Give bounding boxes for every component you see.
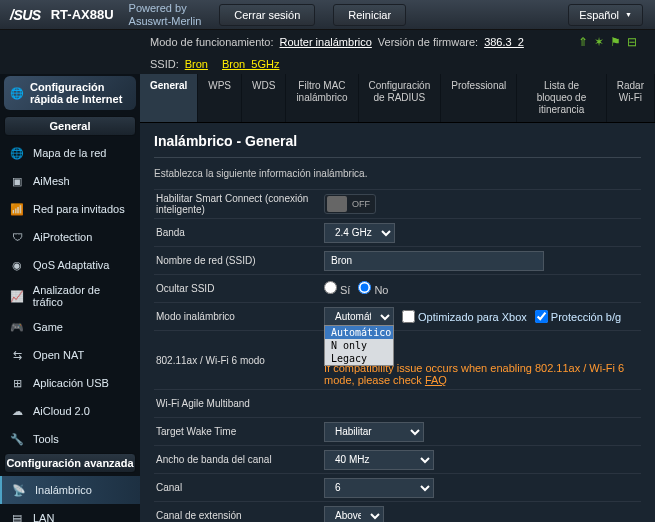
checkbox-xbox[interactable]: Optimizado para Xbox xyxy=(402,310,527,323)
guest-icon: 📶 xyxy=(8,200,26,218)
label-bandwidth: Ancho de banda del canal xyxy=(154,454,324,465)
select-wireless-mode[interactable]: Automático xyxy=(324,307,394,327)
select-twt[interactable]: Habilitar xyxy=(324,422,424,442)
radio-hide-yes[interactable]: Sí xyxy=(324,281,350,296)
tab-wps[interactable]: WPS xyxy=(198,74,242,122)
wrench-icon: 🔧 xyxy=(8,430,26,448)
nat-icon: ⇆ xyxy=(8,346,26,364)
tab-professional[interactable]: Professional xyxy=(441,74,517,122)
nav-traffic[interactable]: 📈Analizador de tráfico xyxy=(0,279,140,313)
map-icon: 🌐 xyxy=(8,144,26,162)
nav-usb[interactable]: ⊞Aplicación USB xyxy=(0,369,140,397)
fw-value[interactable]: 386.3_2 xyxy=(484,36,524,48)
globe-icon: 🌐 xyxy=(10,87,24,100)
lock-icon: ⚑ xyxy=(610,35,621,49)
opt-n-only[interactable]: N only xyxy=(325,339,393,352)
label-ssid: Nombre de red (SSID) xyxy=(154,255,324,266)
input-ssid[interactable] xyxy=(324,251,544,271)
toggle-smartconnect[interactable]: OFF xyxy=(324,194,376,214)
usb-icon: ⊟ xyxy=(627,35,637,49)
opt-auto[interactable]: Automático xyxy=(325,326,393,339)
firmware-brand: Powered by Asuswrt-Merlin xyxy=(129,2,202,26)
logout-button[interactable]: Cerrar sesión xyxy=(219,4,315,26)
nav-network-map[interactable]: 🌐Mapa de la red xyxy=(0,139,140,167)
tab-bar: General WPS WDS Filtro MAC inalámbrico C… xyxy=(140,74,655,123)
cloud-icon: ☁ xyxy=(8,402,26,420)
op-mode-value[interactable]: Router inalámbrico xyxy=(280,36,372,48)
nav-lan[interactable]: ▤LAN xyxy=(0,504,140,522)
tab-roaming-block[interactable]: Lista de bloqueo de itinerancia xyxy=(517,74,606,122)
faq-link[interactable]: FAQ xyxy=(425,374,447,386)
chart-icon: 📈 xyxy=(8,287,26,305)
mesh-icon: ▣ xyxy=(8,172,26,190)
page-title: Inalámbrico - General xyxy=(154,133,641,149)
wifi-icon: 📡 xyxy=(10,481,28,499)
gamepad-icon: 🎮 xyxy=(8,318,26,336)
divider xyxy=(154,157,641,158)
ssid-5: Bron_5GHz xyxy=(222,58,279,70)
quick-setup-button[interactable]: 🌐 Configuración rápida de Internet xyxy=(4,76,136,110)
label-ax-mode: 802.11ax / Wi-Fi 6 modo xyxy=(154,355,324,366)
tab-wds[interactable]: WDS xyxy=(242,74,286,122)
nav-qos[interactable]: ◉QoS Adaptativa xyxy=(0,251,140,279)
usb-icon: ⊞ xyxy=(8,374,26,392)
label-band: Banda xyxy=(154,227,324,238)
dropdown-wireless-mode-open[interactable]: Automático N only Legacy xyxy=(324,325,394,366)
label-channel: Canal xyxy=(154,482,324,493)
select-bandwidth[interactable]: 40 MHz xyxy=(324,450,434,470)
lan-icon: ▤ xyxy=(8,509,26,522)
shield-icon: 🛡 xyxy=(8,228,26,246)
language-dropdown[interactable]: Español xyxy=(568,4,643,26)
label-twt: Target Wake Time xyxy=(154,426,324,437)
brand-logo: /SUS xyxy=(0,7,49,23)
wifi-icon: ⇑ xyxy=(578,35,588,49)
label-wireless-mode: Modo inalámbrico xyxy=(154,311,324,322)
select-channel[interactable]: 6 xyxy=(324,478,434,498)
reboot-button[interactable]: Reiniciar xyxy=(333,4,406,26)
tab-general[interactable]: General xyxy=(140,74,198,122)
ssid-label: SSID: xyxy=(150,58,179,70)
nav-guest[interactable]: 📶Red para invitados xyxy=(0,195,140,223)
tab-wifi-radar[interactable]: Radar Wi-Fi xyxy=(607,74,655,122)
ssid-24: Bron xyxy=(185,58,208,70)
radio-hide-no[interactable]: No xyxy=(358,281,388,296)
gauge-icon: ◉ xyxy=(8,256,26,274)
checkbox-bg-protection[interactable]: Protección b/g xyxy=(535,310,621,323)
label-agile: Wi-Fi Agile Multiband xyxy=(154,398,324,409)
nav-aimesh[interactable]: ▣AiMesh xyxy=(0,167,140,195)
section-advanced: Configuración avanzada xyxy=(4,453,136,473)
label-ext-channel: Canal de extensión xyxy=(154,510,324,521)
op-mode-label: Modo de funcionamiento: xyxy=(150,36,274,48)
signal-icon: ✶ xyxy=(594,35,604,49)
select-band[interactable]: 2.4 GHz xyxy=(324,223,395,243)
fw-label: Versión de firmware: xyxy=(378,36,478,48)
select-ext-channel[interactable]: Above xyxy=(324,506,384,523)
section-general: General xyxy=(4,116,136,136)
nav-aicloud[interactable]: ☁AiCloud 2.0 xyxy=(0,397,140,425)
tab-radius[interactable]: Configuración de RADIUS xyxy=(359,74,442,122)
opt-legacy[interactable]: Legacy xyxy=(325,352,393,365)
label-smartconnect: Habilitar Smart Connect (conexión inteli… xyxy=(154,193,324,215)
nav-opennat[interactable]: ⇆Open NAT xyxy=(0,341,140,369)
model-name: RT-AX88U xyxy=(51,7,114,22)
label-hide-ssid: Ocultar SSID xyxy=(154,283,324,294)
nav-wireless[interactable]: 📡Inalámbrico xyxy=(0,476,140,504)
status-icons: ⇑ ✶ ⚑ ⊟ xyxy=(578,35,645,49)
nav-tools[interactable]: 🔧Tools xyxy=(0,425,140,453)
tab-macfilter[interactable]: Filtro MAC inalámbrico xyxy=(286,74,358,122)
nav-game[interactable]: 🎮Game xyxy=(0,313,140,341)
page-desc: Establezca la siguiente información inal… xyxy=(154,168,641,179)
nav-aiprotection[interactable]: 🛡AiProtection xyxy=(0,223,140,251)
